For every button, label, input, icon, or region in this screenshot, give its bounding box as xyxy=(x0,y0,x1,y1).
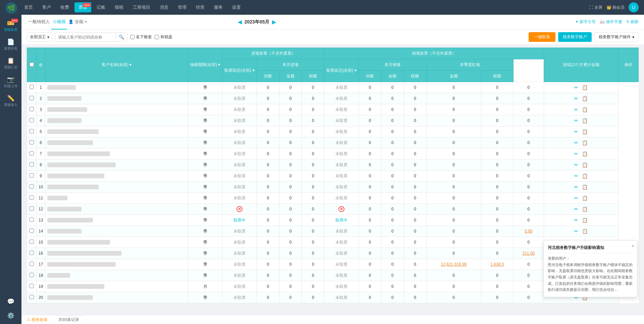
row-checkbox-cell[interactable] xyxy=(27,148,37,159)
copy-btn[interactable]: 📋 xyxy=(581,128,589,135)
refresh-link[interactable]: ↻ 刷新 xyxy=(626,19,639,25)
row-checkbox[interactable] xyxy=(30,251,34,255)
row-checkbox-cell[interactable] xyxy=(27,104,37,115)
hastax-checkbox-label[interactable]: 有税盘 xyxy=(155,34,172,40)
row-checkbox[interactable] xyxy=(30,129,34,133)
tab-small-scale[interactable]: 小规模 xyxy=(51,15,67,29)
row-checkbox-cell[interactable] xyxy=(27,82,37,93)
digital-account-btn[interactable]: 税务数字账户 xyxy=(558,32,592,42)
nav-invoice[interactable]: 票据 new xyxy=(74,2,91,12)
edit-btn[interactable]: ✏ xyxy=(573,217,580,223)
membership-btn[interactable]: 👑 购会员 xyxy=(606,5,625,10)
row-checkbox[interactable] xyxy=(30,195,34,200)
th-client[interactable]: 客户名称(全部) ▾ xyxy=(45,48,188,82)
fullscreen-btn[interactable]: ⛶ 全屏 xyxy=(589,5,602,10)
notification-close-btn[interactable]: × xyxy=(632,243,634,249)
edit-btn[interactable]: ✏ xyxy=(573,117,580,124)
row-checkbox[interactable] xyxy=(30,229,34,233)
row-checkbox-cell[interactable] xyxy=(27,237,37,248)
copy-btn[interactable]: 📋 xyxy=(581,106,589,113)
copy-btn[interactable]: 📋 xyxy=(581,195,589,201)
copy-btn[interactable]: 📋 xyxy=(581,173,589,179)
employee-select[interactable]: 全部员工 ▾ xyxy=(27,33,52,42)
edit-btn[interactable]: ✏ xyxy=(573,161,580,168)
row-checkbox[interactable] xyxy=(30,162,34,167)
edit-btn[interactable]: ✏ xyxy=(573,106,580,113)
sidebar-item-invoice-entry[interactable]: ✏️ 票据录入 xyxy=(1,92,20,110)
nav-billing[interactable]: 收费 xyxy=(56,2,73,12)
row-checkbox-cell[interactable] xyxy=(27,281,37,292)
row-checkbox-cell[interactable] xyxy=(27,126,37,137)
user-avatar[interactable]: U xyxy=(629,2,639,12)
row-checkbox-cell[interactable] xyxy=(27,248,37,259)
row-checkbox-cell[interactable] xyxy=(27,159,37,171)
row-checkbox[interactable] xyxy=(30,284,34,288)
row-checkbox[interactable] xyxy=(30,206,34,211)
edit-btn[interactable]: ✏ xyxy=(573,195,580,201)
th-taxperiod[interactable]: 纳税期限(全部) ▾ xyxy=(188,48,222,82)
copy-btn[interactable]: 📋 xyxy=(581,206,589,212)
th-out-status[interactable]: 取票状态(全部) ▾ xyxy=(324,59,359,82)
sidebar-settings-btn[interactable]: ⚙️ xyxy=(5,310,16,321)
copy-btn[interactable]: 📋 xyxy=(581,228,589,235)
next-month-btn[interactable]: ▶ xyxy=(272,19,276,25)
mysheet-checkbox[interactable] xyxy=(130,35,135,39)
nav-manage[interactable]: 管理 xyxy=(174,2,191,12)
nav-business[interactable]: 工商项目 xyxy=(129,2,154,12)
sidebar-item-scan-upload[interactable]: 📷 扫描上传 xyxy=(1,74,20,91)
copy-btn[interactable]: 📋 xyxy=(581,139,589,146)
nav-customer[interactable]: 客户 xyxy=(38,2,55,12)
row-checkbox-cell[interactable] xyxy=(27,204,37,215)
edit-btn[interactable]: ✏ xyxy=(573,173,580,179)
edit-btn[interactable]: ✏ xyxy=(573,95,580,102)
row-checkbox[interactable] xyxy=(30,217,34,222)
row-checkbox-cell[interactable] xyxy=(27,193,37,204)
prev-month-btn[interactable]: ◀ xyxy=(238,19,242,25)
edit-btn[interactable]: ✏ xyxy=(573,206,580,212)
row-checkbox[interactable] xyxy=(30,85,34,89)
select-all-checkbox[interactable] xyxy=(30,62,34,67)
copy-btn[interactable]: 📋 xyxy=(581,84,589,91)
digital-account-op-btn[interactable]: 税务数字账户操作 ▾ xyxy=(594,32,639,42)
row-checkbox[interactable] xyxy=(30,273,34,277)
row-checkbox-cell[interactable] xyxy=(27,226,37,237)
row-checkbox[interactable] xyxy=(30,240,34,244)
copy-btn[interactable]: 📋 xyxy=(581,95,589,102)
row-checkbox[interactable] xyxy=(30,173,34,178)
nav-settings[interactable]: 设置 xyxy=(228,2,245,12)
row-checkbox[interactable] xyxy=(30,107,34,111)
edit-btn[interactable]: ✏ xyxy=(573,139,580,146)
sidebar-item-smart-ticket[interactable]: 🎫 智能取票 new xyxy=(1,17,20,35)
hastax-checkbox[interactable] xyxy=(155,35,159,39)
tab-all-ability[interactable]: 👤 全能 ▾ xyxy=(67,15,88,29)
nav-tax[interactable]: 报税 xyxy=(111,2,127,12)
edit-btn[interactable]: ✏ xyxy=(573,150,580,157)
edit-btn[interactable]: ✏ xyxy=(573,228,580,235)
edit-btn[interactable]: ✏ xyxy=(573,184,580,190)
guide-link[interactable]: ✦ 新手引导 xyxy=(575,19,596,25)
row-checkbox[interactable] xyxy=(30,118,34,122)
row-checkbox-cell[interactable] xyxy=(27,270,37,281)
row-checkbox-cell[interactable] xyxy=(27,171,37,182)
copy-btn[interactable]: 📋 xyxy=(581,217,589,223)
row-checkbox-cell[interactable] xyxy=(27,93,37,104)
search-input[interactable] xyxy=(55,33,116,41)
nav-accounting[interactable]: 记账 xyxy=(93,2,109,12)
row-checkbox[interactable] xyxy=(30,151,34,155)
row-checkbox-cell[interactable] xyxy=(27,215,37,226)
mysheet-checkbox-label[interactable]: 名下账套 xyxy=(130,34,152,40)
th-in-status[interactable]: 取票状态(全部) ▾ xyxy=(222,59,257,82)
nav-home[interactable]: 首页 xyxy=(20,2,37,12)
copy-btn[interactable]: 📋 xyxy=(581,161,589,168)
tab-general-taxpayer[interactable]: 一般纳税人 xyxy=(27,15,51,29)
copy-btn[interactable]: 📋 xyxy=(581,150,589,157)
row-checkbox-cell[interactable] xyxy=(27,292,37,303)
row-checkbox[interactable] xyxy=(30,184,34,189)
row-checkbox[interactable] xyxy=(30,295,34,299)
row-checkbox[interactable] xyxy=(30,96,34,100)
edit-btn[interactable]: ✏ xyxy=(573,84,580,91)
sidebar-item-invoice-summary[interactable]: 📋 票据汇总 xyxy=(1,55,20,72)
row-checkbox-cell[interactable] xyxy=(27,115,37,126)
search-button[interactable]: 🔍 xyxy=(116,33,127,41)
sidebar-message-btn[interactable]: 💬 xyxy=(5,296,16,307)
